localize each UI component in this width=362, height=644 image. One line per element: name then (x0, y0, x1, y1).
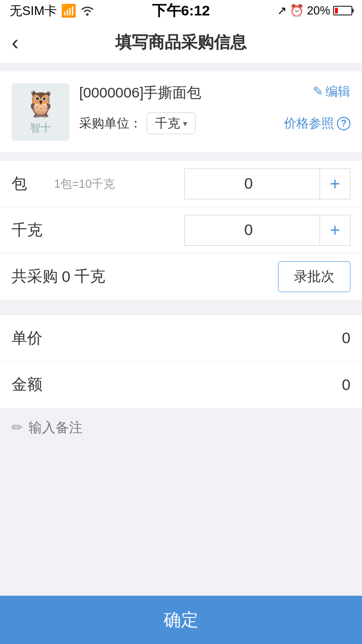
bao-plus-button[interactable]: + (320, 168, 350, 199)
separator-1 (0, 153, 362, 161)
bao-row: 包 1包=10千克 + (0, 161, 362, 207)
total-value: 0 (62, 268, 70, 286)
carrier-label: 无SIM卡 (10, 2, 57, 19)
unit-price-value: 0 (342, 329, 350, 347)
kg-plus-button[interactable]: + (320, 215, 350, 246)
back-icon: ‹ (12, 30, 19, 55)
price-ref-icon: ? (337, 117, 350, 130)
unit-label-text: 采购单位： (79, 115, 142, 132)
logo-label: 智十 (30, 121, 51, 135)
bao-input-container: + (115, 168, 350, 199)
battery-icon (333, 6, 352, 15)
unit-arrow-icon: ▾ (183, 118, 187, 129)
total-row: 共采购 0 千克 录批次 (0, 253, 362, 300)
bao-label: 包 (12, 173, 50, 195)
remarks-section[interactable]: ✏ (0, 408, 362, 447)
kg-input[interactable] (184, 215, 320, 246)
product-unit: 采购单位： 千克 ▾ (79, 112, 195, 134)
product-info: [0000006]手撕面包 采购单位： 千克 ▾ 价格参照 ? (79, 83, 350, 134)
amount-value: 0 (342, 376, 350, 394)
status-time: 下午6:12 (152, 1, 210, 21)
price-ref-button[interactable]: 价格参照 ? (284, 115, 350, 132)
kg-row: 千克 + (0, 207, 362, 253)
input-section: 包 1包=10千克 + 千克 + 共采购 0 千克 录批次 (0, 161, 362, 300)
svg-point-0 (86, 14, 89, 16)
status-bar: 无SIM卡 📶 下午6:12 ↗ ⏰ 20% (0, 0, 362, 21)
kg-input-container: + (50, 215, 350, 246)
product-meta: 采购单位： 千克 ▾ 价格参照 ? (79, 112, 350, 134)
remarks-input[interactable] (28, 420, 350, 435)
total-unit: 千克 (74, 266, 105, 287)
unit-price-label: 单价 (12, 328, 42, 349)
status-right: ↗ ⏰ 20% (277, 4, 352, 17)
battery-percent: 20% (307, 4, 330, 17)
kg-label: 千克 (12, 220, 50, 241)
edit-label: 编辑 (325, 83, 350, 100)
bottom-space (0, 447, 362, 596)
page-title: 填写商品采购信息 (115, 31, 247, 54)
sim-icon: 📶 (61, 3, 76, 18)
unit-select[interactable]: 千克 ▾ (147, 112, 195, 134)
owl-icon: 🦉 (25, 89, 56, 119)
price-ref-label: 价格参照 (284, 115, 334, 132)
bao-sublabel: 1包=10千克 (54, 176, 115, 192)
total-label: 共采购 (12, 266, 58, 287)
product-image: 🦉 智十 (12, 83, 70, 141)
confirm-button[interactable]: 确定 (0, 596, 362, 644)
status-left: 无SIM卡 📶 (10, 2, 95, 19)
total-text: 共采购 0 千克 (12, 266, 105, 287)
product-card: 🦉 智十 [0000006]手撕面包 采购单位： 千克 ▾ 价格参照 ? ✎ 编… (0, 71, 362, 153)
kg-plus-icon: + (330, 220, 340, 240)
unit-value: 千克 (155, 115, 180, 132)
pencil-icon: ✏ (12, 420, 23, 435)
wifi-icon (80, 5, 95, 16)
location-icon: ↗ (277, 4, 287, 17)
nav-bar: ‹ 填写商品采购信息 (0, 21, 362, 64)
amount-row: 金额 0 (0, 362, 362, 408)
product-image-inner: 🦉 智十 (21, 93, 60, 131)
bao-input[interactable] (184, 168, 320, 199)
edit-icon: ✎ (313, 84, 323, 99)
unit-price-row: 单价 0 (0, 315, 362, 362)
separator-2 (0, 300, 362, 308)
edit-button[interactable]: ✎ 编辑 (313, 83, 350, 100)
product-full-name: [0000006]手撕面包 (79, 83, 350, 103)
alarm-icon: ⏰ (290, 4, 304, 17)
back-button[interactable]: ‹ (12, 30, 19, 55)
batch-button[interactable]: 录批次 (278, 261, 350, 292)
amount-label: 金额 (12, 374, 42, 395)
info-section: 单价 0 金额 0 (0, 315, 362, 408)
bao-plus-icon: + (330, 174, 340, 194)
